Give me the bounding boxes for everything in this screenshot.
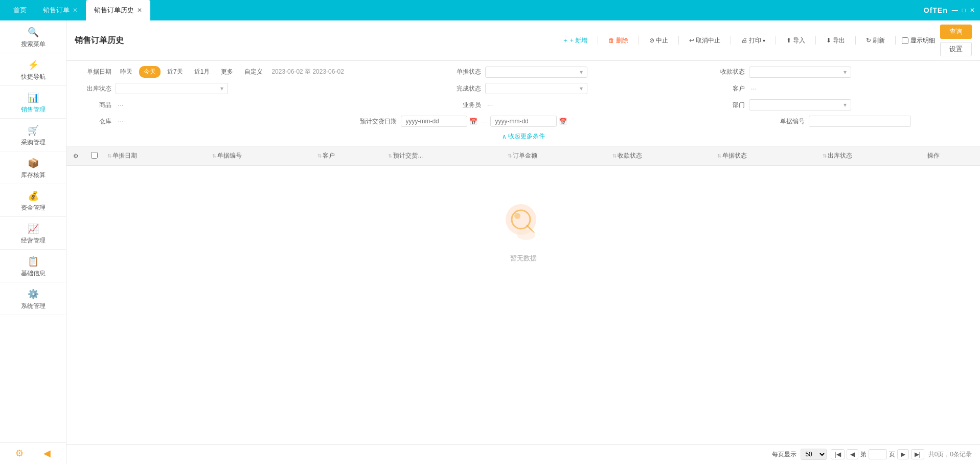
tab-home[interactable]: 首页 (5, 0, 35, 20)
expected-date-to[interactable] (490, 116, 557, 127)
sidebar-item-sales[interactable]: 📊 销售管理 (0, 86, 66, 119)
sidebar-item-inventory[interactable]: 📦 库存核算 (0, 151, 66, 184)
status-select[interactable]: ▾ (485, 67, 587, 78)
import-button[interactable]: ⬆ 导入 (782, 34, 809, 47)
date-tab-yesterday[interactable]: 昨天 (116, 66, 137, 78)
collapse-area: ∧ 收起更多条件 (75, 132, 972, 141)
date-tabs: 昨天 今天 近7天 近1月 更多 自定义 (116, 66, 267, 78)
export-label: 导出 (833, 36, 845, 45)
department-select[interactable]: ▾ (749, 99, 851, 111)
refresh-label: 刷新 (873, 36, 885, 45)
tab-sales-order[interactable]: 销售订单 ✕ (35, 0, 86, 20)
complete-control: ▾ (485, 83, 708, 94)
display-detail-checkbox[interactable]: 显示明细 (902, 36, 935, 45)
sidebar-item-operations-label: 经营管理 (21, 236, 45, 245)
display-detail-input[interactable] (902, 37, 908, 44)
date-tab-custom[interactable]: 自定义 (240, 66, 267, 78)
add-button[interactable]: ＋ + 新增 (558, 34, 591, 47)
table-header-doc-status[interactable]: ⇅单据状态 (713, 146, 818, 166)
sidebar-item-search[interactable]: 🔍 搜索菜单 (0, 20, 66, 53)
sidebar-item-purchase[interactable]: 🛒 采购管理 (0, 119, 66, 151)
tab-sales-order-close[interactable]: ✕ (73, 7, 78, 14)
doc-number-input[interactable] (809, 116, 911, 127)
sidebar-item-operations[interactable]: 📈 经营管理 (0, 217, 66, 250)
display-detail-label: 显示明细 (910, 36, 935, 45)
filter-segment-salesperson: 业务员 ··· (444, 101, 708, 109)
page-input[interactable]: 1 (869, 449, 887, 459)
collapse-button[interactable]: ∧ 收起更多条件 (75, 132, 972, 141)
minimize-btn[interactable]: — (952, 7, 958, 14)
doc-number-label: 单据编号 (768, 117, 809, 126)
table-header-receipt-status[interactable]: ⇅收款状态 (608, 146, 713, 166)
customer-control: ··· (749, 84, 972, 93)
print-button[interactable]: 🖨 打印 ▾ (737, 34, 769, 47)
outstock-chevron-icon: ▾ (220, 85, 223, 92)
complete-label: 完成状态 (444, 84, 485, 93)
number-sort-icon: ⇅ (212, 153, 216, 159)
date-tab-more[interactable]: 更多 (216, 66, 238, 78)
query-button[interactable]: 查询 (940, 25, 972, 39)
status-control: ▾ (485, 67, 708, 78)
salesperson-dots[interactable]: ··· (487, 101, 493, 109)
date-tab-today[interactable]: 今天 (139, 66, 161, 78)
table-header-number[interactable]: ⇅单据编号 (208, 146, 313, 166)
refresh-button[interactable]: ↻ 刷新 (862, 34, 889, 47)
table-header-gear[interactable]: ⚙ (66, 146, 85, 166)
tab-sales-history-close[interactable]: ✕ (137, 7, 142, 14)
outstock-select[interactable]: ▾ (116, 83, 228, 94)
page-prev-btn[interactable]: ◀ (847, 449, 858, 459)
maximize-btn[interactable]: □ (962, 7, 966, 14)
sidebar-item-system[interactable]: ⚙️ 系统管理 (0, 282, 66, 315)
table-header-customer[interactable]: ⇅客户 (313, 146, 384, 166)
warehouse-dots[interactable]: ··· (118, 117, 124, 125)
department-chevron-icon: ▾ (844, 101, 847, 108)
setting-button[interactable]: 设置 (940, 42, 972, 56)
close-btn[interactable]: ✕ (970, 7, 975, 14)
sidebar-footer-settings[interactable]: ⚙ (15, 448, 24, 459)
page-first-btn[interactable]: |◀ (831, 449, 844, 459)
expected-sort-icon: ⇅ (388, 153, 392, 159)
inventory-icon: 📦 (28, 158, 39, 169)
calendar-from-icon[interactable]: 📅 (469, 118, 477, 125)
customer-dots[interactable]: ··· (751, 84, 757, 93)
product-dots[interactable]: ··· (118, 101, 124, 109)
doc-number-control (809, 116, 972, 127)
page-last-btn[interactable]: ▶| (911, 449, 924, 459)
receipt-select[interactable]: ▾ (749, 67, 851, 78)
amount-sort-icon: ⇅ (508, 153, 512, 159)
cancel-stop-button[interactable]: ↩ 取消中止 (685, 34, 724, 47)
page-unit: 页 (889, 450, 895, 459)
sidebar-item-purchase-label: 采购管理 (21, 138, 45, 147)
export-button[interactable]: ⬇ 导出 (822, 34, 849, 47)
select-all-checkbox[interactable] (91, 152, 98, 159)
sidebar-item-quick-nav[interactable]: ⚡ 快捷导航 (0, 53, 66, 86)
date-separator: — (481, 118, 487, 125)
empty-icon (498, 196, 549, 248)
page-size-select[interactable]: 50 10 20 100 (801, 449, 827, 460)
expected-date-from[interactable] (401, 116, 467, 127)
table-header-expected[interactable]: ⇅预计交货... (384, 146, 503, 166)
page-next-btn[interactable]: ▶ (897, 449, 909, 459)
date-sort-icon: ⇅ (107, 153, 111, 159)
stop-button[interactable]: ⊘ 中止 (645, 34, 672, 47)
sidebar-footer-collapse[interactable]: ◀ (43, 448, 51, 459)
table-header-amount[interactable]: ⇅订单金额 (504, 146, 608, 166)
refresh-icon: ↻ (866, 37, 871, 44)
warehouse-label: 仓库 (75, 117, 116, 126)
sidebar-item-sales-label: 销售管理 (21, 105, 45, 114)
sidebar-item-finance[interactable]: 💰 资金管理 (0, 184, 66, 217)
filter-segment-doc-number: 单据编号 (768, 116, 972, 127)
calendar-to-icon[interactable]: 📅 (559, 118, 567, 125)
tab-sales-history[interactable]: 销售订单历史 ✕ (86, 0, 150, 20)
table-header-date[interactable]: ⇅单据日期 (103, 146, 208, 166)
svg-point-4 (517, 230, 535, 240)
table-header-out-status[interactable]: ⇅出库状态 (818, 146, 923, 166)
date-tab-7days[interactable]: 近7天 (163, 66, 188, 78)
table-header-checkbox[interactable] (85, 146, 103, 166)
delete-button[interactable]: 🗑 删除 (604, 34, 632, 47)
product-control: ··· (116, 101, 444, 109)
brand-label: OfTEn (924, 6, 948, 14)
sidebar-item-basic-info[interactable]: 📋 基础信息 (0, 250, 66, 282)
date-tab-1month[interactable]: 近1月 (190, 66, 215, 78)
complete-select[interactable]: ▾ (485, 83, 587, 94)
